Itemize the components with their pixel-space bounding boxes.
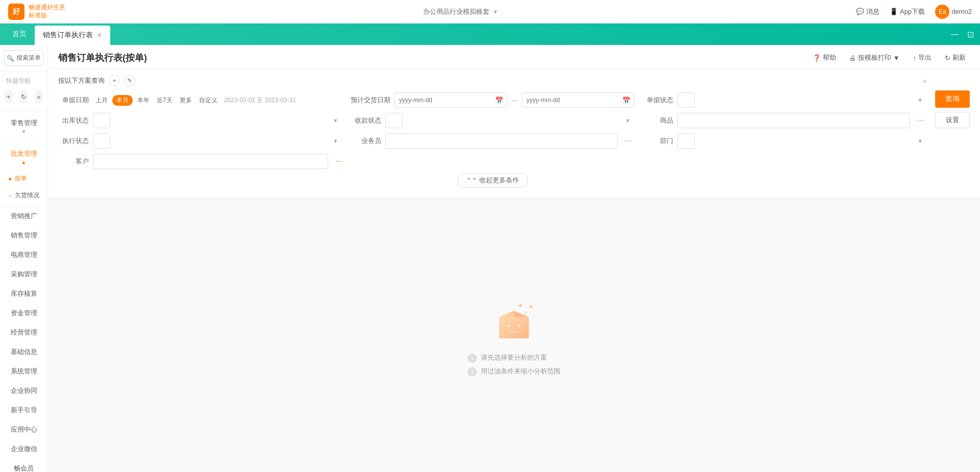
status-select[interactable] — [677, 92, 695, 108]
salesman-input[interactable] — [385, 133, 618, 149]
collapse-btn[interactable]: ⌃⌃ 收起更多条件 — [457, 173, 528, 187]
sidebar-item-appcenter[interactable]: 应用中心 — [0, 420, 47, 439]
dept-select[interactable] — [677, 133, 695, 149]
tip-num-2: 2 — [468, 367, 477, 376]
sidebar: 🔍 搜索菜单 快捷导航 + ↻ « 零售管理 ▼ 批发管理 ▲ ● — [0, 45, 48, 472]
date-tab-this-year[interactable]: 本年 — [135, 95, 152, 106]
sidebar-item-sales[interactable]: 销售管理 — [0, 226, 47, 245]
receipt-status-dropdown[interactable]: ▼ — [385, 113, 635, 128]
sidebar-item-ecommerce[interactable]: 电商管理 — [0, 245, 47, 265]
svg-point-7 — [518, 324, 521, 327]
empty-tip-2: 2 用过滤条件来缩小分析范围 — [468, 367, 560, 376]
print-dropdown-icon[interactable]: ▼ — [893, 54, 900, 62]
date-range-text: 2023-03-01 至 2023-03-31 — [224, 96, 296, 105]
expected-date-label: 预计交货日期 — [351, 96, 390, 105]
app-download-btn[interactable]: 📱 App下载 — [890, 7, 925, 16]
filter-edit-btn[interactable]: ✎ — [124, 75, 135, 86]
out-status-label: 出库状态 — [58, 116, 89, 125]
svg-point-6 — [508, 324, 510, 327]
expected-date-start[interactable] — [395, 92, 507, 108]
expected-date-start-wrap: 📅 — [395, 92, 507, 108]
filter-customer-group: 客户 ··· — [58, 154, 345, 169]
settings-btn[interactable]: 设置 — [935, 112, 970, 128]
query-settings-group: 查询 设置 — [935, 75, 970, 192]
content-area: 销售订单执行表(按单) ❓ 帮助 🖨 按模板打印 ▼ ↑ 导出 ↻ 刷新 — [48, 45, 980, 472]
nav-add-icon[interactable]: + — [4, 89, 13, 104]
tab-close-icon[interactable]: ✕ — [97, 32, 102, 39]
user-menu[interactable]: Ea demo2 — [935, 5, 972, 19]
out-status-select[interactable] — [93, 113, 110, 128]
exec-status-dropdown[interactable]: ▼ — [93, 133, 342, 149]
svg-point-3 — [519, 304, 522, 307]
exec-status-select[interactable] — [93, 133, 110, 149]
sidebar-item-wholesale[interactable]: 批发管理 ▲ — [0, 144, 47, 170]
filter-add-btn[interactable]: + — [109, 75, 120, 86]
avatar: Ea — [935, 5, 949, 19]
sidebar-item-newbie[interactable]: 新手引导 — [0, 400, 47, 420]
sidebar-item-enterprise[interactable]: 企业协同 — [0, 381, 47, 400]
message-btn[interactable]: 💬 消息 — [856, 7, 879, 16]
status-dropdown[interactable]: ▼ — [677, 92, 927, 108]
sidebar-item-wechat[interactable]: 企业微信 — [0, 439, 47, 459]
expected-date-end[interactable] — [522, 92, 635, 108]
product-input[interactable] — [677, 113, 910, 128]
salesman-more-btn[interactable]: ··· — [622, 135, 634, 147]
svg-marker-2 — [514, 311, 529, 317]
maximize-btn[interactable]: ⊡ — [965, 29, 976, 40]
customer-input[interactable] — [93, 154, 328, 169]
print-btn[interactable]: 🖨 按模板打印 ▼ — [845, 51, 904, 64]
minimize-btn[interactable]: — — [949, 29, 961, 40]
sidebar-sub-item-debt[interactable]: ○ 欠货情况 — [0, 187, 47, 204]
sidebar-item-inventory[interactable]: 库存核算 — [0, 284, 47, 303]
sidebar-item-operations[interactable]: 经营管理 — [0, 323, 47, 342]
sidebar-item-system[interactable]: 系统管理 — [0, 362, 47, 381]
nav-refresh-icon[interactable]: ↻ — [19, 89, 29, 104]
collapse-row: ⌃⌃ 收起更多条件 — [58, 169, 927, 192]
page-actions: ❓ 帮助 🖨 按模板打印 ▼ ↑ 导出 ↻ 刷新 — [808, 51, 970, 64]
receipt-status-select[interactable] — [385, 113, 403, 128]
sidebar-item-retail[interactable]: 零售管理 ▼ — [0, 113, 47, 139]
table-area: 1 请先选择要分析的方案 2 用过滤条件来缩小分析范围 — [48, 198, 980, 472]
filter-salesman-group: 业务员 ··· — [351, 133, 635, 149]
date-tab-last-month[interactable]: 上月 — [93, 95, 110, 106]
nav-collapse-icon[interactable]: « — [34, 89, 43, 104]
retail-section: 零售管理 ▼ — [0, 111, 47, 142]
logo-icon: 好 — [8, 4, 24, 20]
help-btn[interactable]: ❓ 帮助 — [808, 51, 840, 64]
header-center[interactable]: 办公用品行业模拟账套 ▼ — [423, 7, 498, 16]
status-dropdown-icon: ▼ — [917, 97, 923, 103]
out-status-dropdown[interactable]: ▼ — [93, 113, 342, 128]
tab-home[interactable]: 首页 — [4, 23, 35, 45]
customer-more-btn[interactable]: ··· — [332, 156, 345, 167]
date-tab-last7[interactable]: 近7天 — [154, 95, 175, 106]
sidebar-item-finance[interactable]: 资金管理 — [0, 303, 47, 323]
sidebar-item-basic[interactable]: 基础信息 — [0, 342, 47, 362]
help-icon: ❓ — [813, 54, 821, 62]
dept-dropdown[interactable]: ▼ — [677, 133, 927, 149]
page-header: 销售订单执行表(按单) ❓ 帮助 🖨 按模板打印 ▼ ↑ 导出 ↻ 刷新 — [48, 45, 980, 69]
date-tab-custom[interactable]: 自定义 — [197, 95, 220, 106]
tab-sales-order[interactable]: 销售订单执行表 ✕ — [35, 26, 110, 45]
sidebar-item-purchase[interactable]: 采购管理 — [0, 265, 47, 284]
wholesale-section: 批发管理 ▲ ● 按单 ○ 欠货情况 — [0, 142, 47, 206]
page-title: 销售订单执行表(按单) — [58, 52, 147, 64]
top-header: 好 畅捷通好生意 标准版 办公用品行业模拟账套 ▼ 💬 消息 📱 App下载 E… — [0, 0, 980, 23]
empty-state: 1 请先选择要分析的方案 2 用过滤条件来缩小分析范围 — [468, 294, 560, 376]
refresh-btn[interactable]: ↻ 刷新 — [941, 51, 970, 64]
date-tab-more[interactable]: 更多 — [177, 95, 194, 106]
svg-point-5 — [529, 305, 533, 309]
header-right: 💬 消息 📱 App下载 Ea demo2 — [856, 5, 972, 19]
filter-collapse-icon[interactable]: « — [923, 77, 927, 85]
date-tab-this-month[interactable]: 本月 — [112, 95, 133, 106]
sidebar-item-member[interactable]: 畅会员 — [0, 459, 47, 472]
product-more-btn[interactable]: ··· — [914, 115, 927, 126]
export-icon: ↑ — [913, 54, 917, 62]
sidebar-search-area: 🔍 搜索菜单 — [0, 45, 47, 72]
query-btn[interactable]: 查询 — [935, 90, 970, 108]
sidebar-item-marketing[interactable]: 营销推广 — [0, 206, 47, 226]
filter-status-group: 单据状态 ▼ — [643, 92, 927, 108]
search-menu-btn[interactable]: 🔍 搜索菜单 — [4, 50, 43, 66]
sidebar-sub-item-order[interactable]: ● 按单 — [0, 170, 47, 187]
company-dropdown-icon[interactable]: ▼ — [493, 9, 498, 15]
export-btn[interactable]: ↑ 导出 — [909, 51, 936, 64]
